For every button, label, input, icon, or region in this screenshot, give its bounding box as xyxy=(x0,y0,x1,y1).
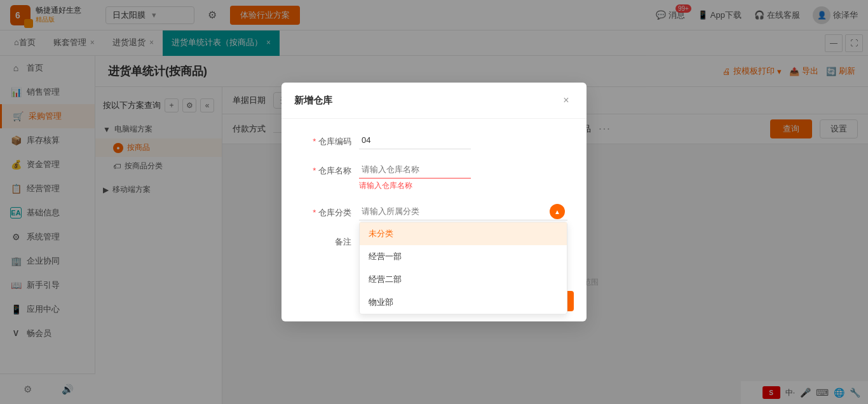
warehouse-category-label: 仓库分类 xyxy=(301,203,351,219)
dropdown-item-unclassified[interactable]: 未分类 xyxy=(360,222,567,245)
warehouse-category-row: 仓库分类 ▲ 未分类 经营一部 经营二部 物业部 xyxy=(301,203,567,220)
dropdown-item-dept2[interactable]: 经营二部 xyxy=(360,268,567,291)
category-dropdown-list: 未分类 经营一部 经营二部 物业部 xyxy=(359,222,567,314)
warehouse-name-row: 仓库名称 请输入仓库名称 xyxy=(301,161,567,191)
warehouse-name-error: 请输入仓库名称 xyxy=(359,180,567,191)
dropdown-item-dept1[interactable]: 经营一部 xyxy=(360,245,567,268)
warehouse-remark-label: 备注 xyxy=(301,232,351,248)
modal-body: 仓库编码 仓库名称 请输入仓库名称 仓库分类 ▲ xyxy=(281,119,587,283)
warehouse-name-label: 仓库名称 xyxy=(301,161,351,177)
warehouse-name-wrap: 请输入仓库名称 xyxy=(359,161,567,191)
modal-overlay[interactable]: 新增仓库 × 仓库编码 仓库名称 请输入仓库名称 仓库分类 xyxy=(0,0,868,404)
warehouse-code-row: 仓库编码 xyxy=(301,131,567,149)
warehouse-code-input[interactable] xyxy=(359,131,471,149)
new-warehouse-modal: 新增仓库 × 仓库编码 仓库名称 请输入仓库名称 仓库分类 xyxy=(281,83,587,321)
category-dropdown-arrow[interactable]: ▲ xyxy=(550,204,565,219)
modal-header: 新增仓库 × xyxy=(281,83,587,119)
warehouse-name-input[interactable] xyxy=(359,161,471,178)
dropdown-item-dept3[interactable]: 物业部 xyxy=(360,291,567,314)
modal-title: 新增仓库 xyxy=(294,95,332,107)
warehouse-code-label: 仓库编码 xyxy=(301,131,351,147)
warehouse-category-wrap: ▲ 未分类 经营一部 经营二部 物业部 xyxy=(359,203,567,220)
warehouse-category-input[interactable] xyxy=(359,203,567,220)
warehouse-code-wrap xyxy=(359,131,567,149)
modal-close-button[interactable]: × xyxy=(559,93,574,108)
